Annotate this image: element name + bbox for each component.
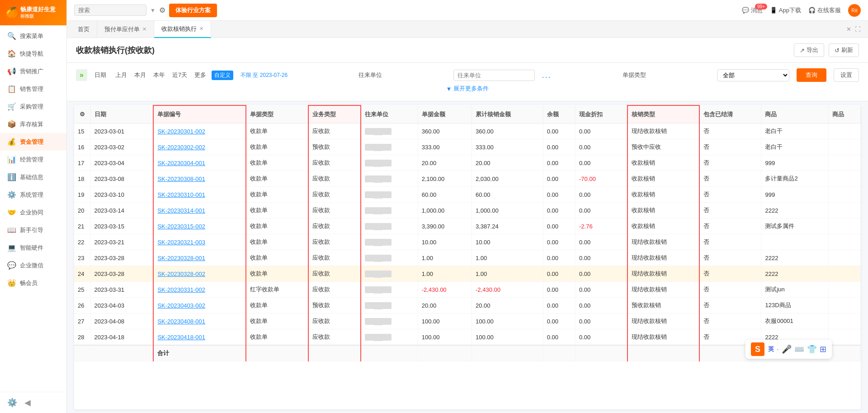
bill-no-link[interactable]: SK-20230408-001 xyxy=(157,318,205,325)
date-opt-thismonth[interactable]: 本月 xyxy=(132,70,148,80)
sidebar-item-企业微信[interactable]: 💬企业微信 xyxy=(0,256,66,274)
expand-tab-icon[interactable]: ⛶ xyxy=(855,26,861,33)
dropdown-arrow-icon[interactable]: ▼ xyxy=(150,7,156,14)
bill-no-link[interactable]: SK-20230331-002 xyxy=(157,286,205,293)
cell-bill-no: SK-20230328-001 xyxy=(153,250,246,266)
search-input[interactable] xyxy=(74,5,146,16)
sidebar-item-新手引导[interactable]: 📖新手引导 xyxy=(0,221,66,239)
refresh-button[interactable]: ↺ 刷新 xyxy=(829,43,859,57)
bill-no-link[interactable]: SK-20230321-003 xyxy=(157,239,205,246)
sidebar-label: 采购管理 xyxy=(20,103,43,111)
solution-button[interactable]: 体验行业方案 xyxy=(169,4,217,17)
sidebar-item-营销推广[interactable]: 📢营销推广 xyxy=(0,62,66,80)
page-header: 收款核销执行(按收款) ↗ 导出 ↺ 刷新 xyxy=(67,38,868,63)
cell-verified: 20.00 xyxy=(472,298,543,313)
data-table: ⚙ 日期 单据编号 单据类型 业务类型 往来单位 单据金额 累计核销金额 余额 … xyxy=(74,105,861,361)
keyboard-icon[interactable]: ⌨️ xyxy=(794,344,804,354)
sidebar-item-快捷导航[interactable]: 🏠快捷导航 xyxy=(0,45,66,62)
cell-included: 否 xyxy=(699,203,761,218)
tab-prepay-close[interactable]: ✕ xyxy=(142,26,146,32)
online-service-button[interactable]: 🎧 在线客服 xyxy=(808,6,841,14)
close-tab-icon[interactable]: ✕ xyxy=(846,26,851,33)
sidebar-item-库存核算[interactable]: 📦库存核算 xyxy=(0,115,66,133)
footer-amount xyxy=(418,345,472,361)
cell-goods2 xyxy=(828,329,860,346)
filter-expand-button[interactable]: » xyxy=(76,69,87,81)
bill-no-link[interactable]: SK-20230315-002 xyxy=(157,223,205,230)
bill-no-link[interactable]: SK-20230310-001 xyxy=(157,191,205,198)
cell-bill-type: 收款单 xyxy=(246,250,308,266)
th-verified: 累计核销金额 xyxy=(472,105,543,123)
cell-amount: 1.00 xyxy=(418,266,472,282)
expand-more-button[interactable]: ▼ 展开更多条件 xyxy=(76,82,859,95)
date-opt-thisyear[interactable]: 本年 xyxy=(151,70,167,80)
date-opt-custom[interactable]: 自定义 xyxy=(212,71,233,80)
query-button[interactable]: 查询 xyxy=(797,68,826,82)
sidebar-item-搜索菜单[interactable]: 🔍搜索菜单 xyxy=(0,27,66,45)
tab-verification-close[interactable]: ✕ xyxy=(199,26,203,32)
footer-empty2 xyxy=(308,345,361,361)
sidebar-icon: 🔍 xyxy=(7,32,16,40)
sidebar-item-企业协同[interactable]: 🤝企业协同 xyxy=(0,204,66,221)
bill-no-link[interactable]: SK-20230301-002 xyxy=(157,128,205,135)
bill-no-link[interactable]: SK-20230304-001 xyxy=(157,160,205,166)
bill-no-link[interactable]: SK-20230328-001 xyxy=(157,255,205,261)
date-opt-more[interactable]: 更多 xyxy=(193,70,208,80)
phone-icon: 📱 xyxy=(770,7,777,14)
sidebar-item-销售管理[interactable]: 📋销售管理 xyxy=(0,80,66,98)
cell-verified: 360.00 xyxy=(472,123,543,139)
cell-included: 否 xyxy=(699,298,761,313)
grid-icon[interactable]: ⊞ xyxy=(820,344,826,354)
settings-icon[interactable]: ⚙️ xyxy=(7,398,17,408)
mic-icon[interactable]: 🎤 xyxy=(782,344,792,354)
cell-bill-type: 收款单 xyxy=(246,155,308,171)
shirt-icon[interactable]: 👕 xyxy=(807,344,817,354)
cell-balance: 0.00 xyxy=(543,139,575,155)
cell-date: 2023-03-15 xyxy=(90,218,153,234)
cell-balance: 0.00 xyxy=(543,155,575,171)
partner-input[interactable] xyxy=(453,70,535,81)
tab-prepay[interactable]: 预付单应付单 ✕ xyxy=(97,21,154,38)
messages-button[interactable]: 💬 消息 99+ xyxy=(742,6,763,14)
tab-home[interactable]: 首页 xyxy=(71,21,97,38)
collapse-icon[interactable]: ◀ xyxy=(24,398,31,408)
bill-no-link[interactable]: SK-20230418-001 xyxy=(157,334,205,341)
cell-included: 否 xyxy=(699,282,761,298)
cell-included: 否 xyxy=(699,123,761,139)
sidebar-item-智能硬件[interactable]: 💻智能硬件 xyxy=(0,239,66,256)
bill-no-link[interactable]: SK-20230328-002 xyxy=(157,271,205,277)
sidebar-item-系统管理[interactable]: ⚙️系统管理 xyxy=(0,186,66,204)
date-opt-lastmonth[interactable]: 上月 xyxy=(113,70,129,80)
sidebar-item-采购管理[interactable]: 🛒采购管理 xyxy=(0,98,66,115)
bill-no-link[interactable]: SK-20230302-002 xyxy=(157,144,205,151)
bill-no-link[interactable]: SK-20230314-001 xyxy=(157,207,205,214)
gear-icon[interactable]: ⚙ xyxy=(159,6,165,14)
cell-bill-no: SK-20230321-003 xyxy=(153,234,246,250)
brand-s-icon: S xyxy=(751,342,764,356)
cell-goods2 xyxy=(828,266,860,282)
date-opt-7days[interactable]: 近7天 xyxy=(170,70,189,80)
th-settings[interactable]: ⚙ xyxy=(74,105,90,123)
sidebar-item-基础信息[interactable]: ℹ️基础信息 xyxy=(0,168,66,186)
sidebar-label: 营销推广 xyxy=(20,67,43,76)
setting-button[interactable]: 设置 xyxy=(834,68,859,82)
cell-date: 2023-03-28 xyxy=(90,250,153,266)
cell-discount: -70.00 xyxy=(576,171,627,187)
bill-no-link[interactable]: SK-20230403-002 xyxy=(157,302,205,309)
cell-verify-type: 预收中应收 xyxy=(627,139,699,155)
cell-goods2 xyxy=(828,282,860,298)
bill-type-select[interactable]: 全部 收款单 红字收款单 xyxy=(717,69,789,81)
dots-icon[interactable]: ... xyxy=(542,71,552,80)
tab-verification[interactable]: 收款核销执行 ✕ xyxy=(154,21,211,38)
sidebar-item-资金管理[interactable]: 💰资金管理 xyxy=(0,133,66,151)
cell-partner: ██ xyxy=(361,187,418,203)
bill-no-link[interactable]: SK-20230308-001 xyxy=(157,176,205,182)
english-icon[interactable]: 英 xyxy=(768,345,774,353)
sidebar-item-经营管理[interactable]: 📊经营管理 xyxy=(0,151,66,168)
sidebar-item-畅会员[interactable]: 👑畅会员 xyxy=(0,274,66,292)
cell-biz-type: 应收款 xyxy=(308,266,361,282)
export-button[interactable]: ↗ 导出 xyxy=(794,43,824,57)
app-download-button[interactable]: 📱 App下载 xyxy=(770,6,801,14)
user-avatar[interactable]: Rit xyxy=(848,4,861,17)
sidebar-label: 系统管理 xyxy=(20,191,43,199)
